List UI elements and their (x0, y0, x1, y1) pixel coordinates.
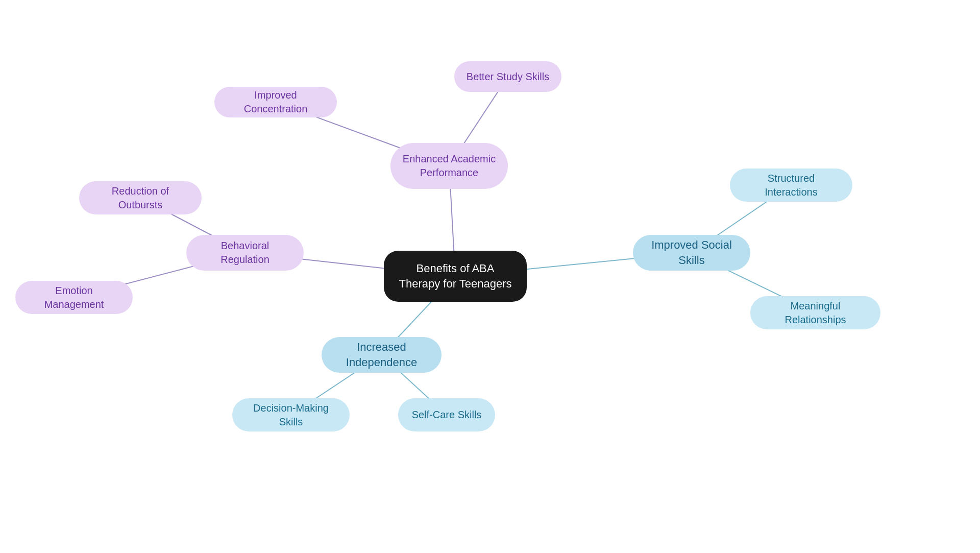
decision-making-node: Decision-Making Skills (232, 398, 350, 431)
meaningful-relationships-node: Meaningful Relationships (750, 296, 880, 329)
structured-interactions-node: Structured Interactions (730, 169, 852, 202)
increased-independence-node: Increased Independence (322, 337, 442, 373)
behavioral-regulation-node: Behavioral Regulation (186, 235, 304, 271)
self-care-node: Self-Care Skills (398, 398, 495, 431)
better-study-node: Better Study Skills (454, 61, 561, 92)
center-node: Benefits of ABA Therapy for Teenagers (384, 251, 527, 302)
enhanced-academic-node: Enhanced Academic Performance (390, 143, 508, 189)
improved-concentration-node: Improved Concentration (214, 87, 337, 117)
reduction-outbursts-node: Reduction of Outbursts (79, 181, 202, 214)
improved-social-node: Improved Social Skills (633, 235, 750, 271)
emotion-management-node: Emotion Management (15, 281, 133, 314)
